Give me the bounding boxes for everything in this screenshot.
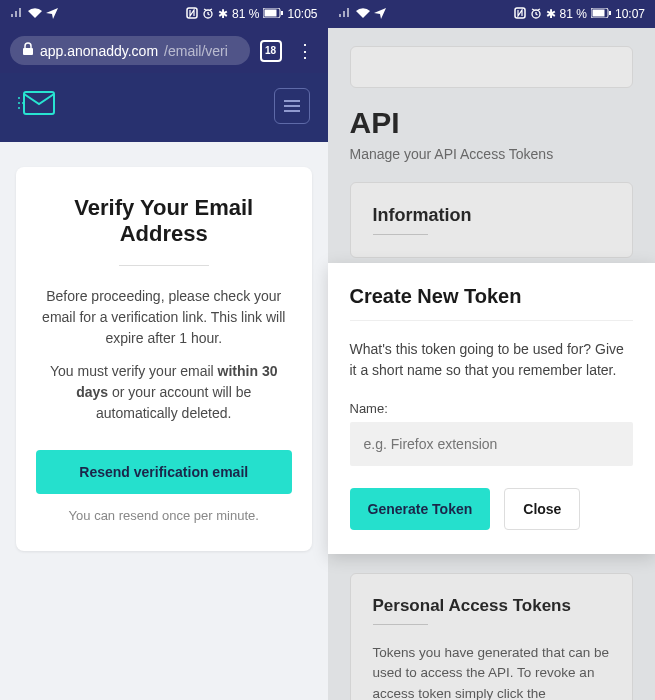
wifi-icon <box>28 7 42 21</box>
logo-icon[interactable] <box>18 90 56 122</box>
app-header <box>0 73 328 142</box>
browser-bar: app.anonaddy.com/email/veri 18 ⋮ <box>0 28 328 73</box>
card-para-2: You must verify your email within 30 day… <box>36 361 292 424</box>
battery-icon <box>263 7 283 21</box>
para2-pre: You must verify your email <box>50 363 218 379</box>
modal-buttons: Generate Token Close <box>350 488 634 530</box>
alarm-icon <box>530 7 542 22</box>
hamburger-menu[interactable] <box>274 88 310 124</box>
status-bar: ✱ 81 % 10:05 <box>0 0 328 28</box>
signal-icon <box>10 7 24 21</box>
nfc-icon <box>514 7 526 22</box>
plane-icon <box>46 7 58 22</box>
verify-card: Verify Your Email Address Before proceed… <box>16 167 312 551</box>
battery-percent: 81 % <box>560 7 587 21</box>
api-page: API Manage your API Access Tokens Inform… <box>328 28 656 700</box>
card-title: Verify Your Email Address <box>36 195 292 247</box>
divider <box>119 265 209 266</box>
create-token-modal: Create New Token What's this token going… <box>328 263 656 554</box>
svg-rect-3 <box>265 10 277 17</box>
battery-percent: 81 % <box>232 7 259 21</box>
svg-rect-5 <box>23 48 33 55</box>
url-host: app.anonaddy.com <box>40 43 158 59</box>
name-label: Name: <box>350 401 634 416</box>
card-para-1: Before proceeding, please check your ema… <box>36 286 292 349</box>
svg-rect-11 <box>609 11 611 15</box>
resend-button[interactable]: Resend verification email <box>36 450 292 494</box>
footnote: You can resend once per minute. <box>36 508 292 523</box>
status-bar: ✱ 81 % 10:07 <box>328 0 656 28</box>
screen-left: ✱ 81 % 10:05 app.anonaddy.com/email/veri… <box>0 0 328 700</box>
url-bar[interactable]: app.anonaddy.com/email/veri <box>10 36 250 65</box>
status-right: ✱ 81 % 10:05 <box>186 7 317 22</box>
nfc-icon <box>186 7 198 22</box>
content-area: Verify Your Email Address Before proceed… <box>0 142 328 700</box>
battery-icon <box>591 7 611 21</box>
signal-icon <box>338 7 352 21</box>
divider <box>350 320 634 321</box>
status-right: ✱ 81 % 10:07 <box>514 7 645 22</box>
token-name-input[interactable] <box>350 422 634 466</box>
close-button[interactable]: Close <box>504 488 580 530</box>
alarm-icon <box>202 7 214 22</box>
lock-icon <box>22 42 34 59</box>
bluetooth-icon: ✱ <box>546 7 556 21</box>
modal-description: What's this token going to be used for? … <box>350 339 634 381</box>
para2-post: or your account will be automatically de… <box>96 384 251 421</box>
status-left <box>10 7 58 22</box>
bluetooth-icon: ✱ <box>218 7 228 21</box>
svg-rect-10 <box>592 10 604 17</box>
generate-token-button[interactable]: Generate Token <box>350 488 491 530</box>
tab-count[interactable]: 18 <box>260 40 282 62</box>
wifi-icon <box>356 7 370 21</box>
plane-icon <box>374 7 386 22</box>
screen-right: ✱ 81 % 10:07 API Manage your API Access … <box>328 0 656 700</box>
browser-menu-icon[interactable]: ⋮ <box>292 40 318 62</box>
url-path: /email/veri <box>164 43 228 59</box>
svg-rect-4 <box>281 11 283 15</box>
modal-title: Create New Token <box>350 285 634 308</box>
clock-time: 10:07 <box>615 7 645 21</box>
status-left <box>338 7 386 22</box>
clock-time: 10:05 <box>287 7 317 21</box>
